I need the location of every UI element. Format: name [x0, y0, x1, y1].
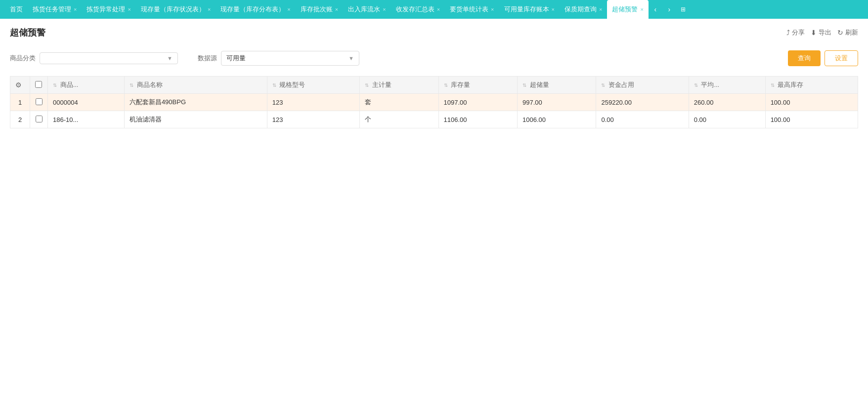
- row-stock-1: 1097.00: [438, 94, 517, 111]
- header-actions: ⤴ 分享 ⬇ 导出 ↻ 刷新: [786, 28, 858, 37]
- nav-item-home[interactable]: 首页: [5, 0, 28, 19]
- row-select-2[interactable]: [36, 116, 43, 122]
- row-name-2: 机油滤清器: [124, 111, 267, 128]
- row-unit-2: 个: [360, 111, 438, 128]
- datasource-value: 可用量: [226, 54, 246, 63]
- row-unit-1: 套: [360, 94, 438, 111]
- sort-icon-spec: ⇅: [272, 82, 276, 88]
- row-code-1: 0000004: [48, 94, 125, 111]
- row-capital-1: 259220.00: [596, 94, 689, 111]
- filter-buttons: 查询 设置: [788, 50, 858, 66]
- select-all-checkbox[interactable]: [35, 81, 42, 88]
- col-overstock[interactable]: ⇅ 超储量: [517, 77, 596, 94]
- settings-button[interactable]: 设置: [825, 50, 858, 66]
- col-stock[interactable]: ⇅ 库存量: [438, 77, 517, 94]
- row-select-1[interactable]: [36, 98, 43, 105]
- row-num-1: 1: [10, 94, 30, 111]
- export-link[interactable]: ⬇ 导出: [811, 28, 831, 37]
- col-settings: ⚙: [10, 77, 30, 94]
- nav-next-arrow[interactable]: ›: [662, 0, 676, 19]
- nav-item-5[interactable]: 库存批次账 ×: [296, 0, 343, 19]
- sort-icon-name: ⇅: [130, 82, 133, 88]
- table-row: 2 186-10... 机油滤清器 123 个 1106.00 1006.00 …: [10, 111, 858, 128]
- sort-icon-unit: ⇅: [365, 82, 369, 88]
- nav-item-2[interactable]: 拣货异常处理 ×: [82, 0, 135, 19]
- close-tab-11[interactable]: ×: [640, 6, 643, 12]
- close-tab-7[interactable]: ×: [437, 6, 440, 12]
- nav-item-3[interactable]: 现存量（库存状况表） ×: [136, 0, 216, 19]
- close-tab-5[interactable]: ×: [335, 6, 338, 12]
- table-row: 1 0000004 六配套新昌490BPG 123 套 1097.00 997.…: [10, 94, 858, 111]
- row-spec-2: 123: [267, 111, 359, 128]
- table-header: ⚙ ⇅ 商品... ⇅ 商品名称 ⇅ 规格型号 ⇅: [10, 77, 858, 94]
- share-link[interactable]: ⤴ 分享: [786, 28, 805, 37]
- close-tab-2[interactable]: ×: [128, 6, 130, 12]
- row-avg-1: 260.00: [689, 94, 765, 111]
- refresh-icon: ↻: [837, 29, 843, 37]
- close-tab-4[interactable]: ×: [287, 6, 290, 12]
- query-button[interactable]: 查询: [788, 50, 821, 66]
- col-avg[interactable]: ⇅ 平均...: [689, 77, 765, 94]
- sort-icon-stock: ⇅: [444, 82, 448, 88]
- row-maxstock-1: 100.00: [765, 94, 858, 111]
- row-checkbox-2: [30, 111, 48, 128]
- row-code-2: 186-10...: [48, 111, 125, 128]
- export-icon: ⬇: [811, 29, 817, 37]
- row-stock-2: 1106.00: [438, 111, 517, 128]
- filter-row: 商品分类 ▼ 数据源 可用量 ▼ 查询 设置: [10, 46, 858, 70]
- nav-prev-arrow[interactable]: ‹: [649, 0, 662, 19]
- sort-icon-maxstock: ⇅: [771, 82, 775, 88]
- top-nav: 首页 拣货任务管理 × 拣货异常处理 × 现存量（库存状况表） × 现存量（库存…: [0, 0, 868, 19]
- nav-item-4[interactable]: 现存量（库存分布表） ×: [216, 0, 295, 19]
- page-content: 超储预警 ⤴ 分享 ⬇ 导出 ↻ 刷新 商品分类 ▼ 数据源: [0, 19, 868, 395]
- datasource-select[interactable]: 可用量 ▼: [221, 51, 359, 66]
- col-name[interactable]: ⇅ 商品名称: [124, 77, 267, 94]
- close-tab-8[interactable]: ×: [491, 6, 494, 12]
- close-tab-10[interactable]: ×: [599, 6, 602, 12]
- category-select[interactable]: ▼: [40, 52, 178, 64]
- nav-item-7[interactable]: 收发存汇总表 ×: [391, 0, 445, 19]
- data-table: ⚙ ⇅ 商品... ⇅ 商品名称 ⇅ 规格型号 ⇅: [10, 76, 858, 128]
- close-tab-3[interactable]: ×: [208, 6, 211, 12]
- col-checkbox-header: [30, 77, 48, 94]
- row-overstock-2: 1006.00: [517, 111, 596, 128]
- row-checkbox-1: [30, 94, 48, 111]
- page-header: 超储预警 ⤴ 分享 ⬇ 导出 ↻ 刷新: [10, 27, 858, 39]
- sort-icon-overstock: ⇅: [522, 82, 526, 88]
- row-spec-1: 123: [267, 94, 359, 111]
- nav-item-10[interactable]: 保质期查询 ×: [560, 0, 607, 19]
- category-filter-item: 商品分类 ▼: [10, 52, 178, 64]
- close-tab-9[interactable]: ×: [552, 6, 555, 12]
- close-tab-1[interactable]: ×: [74, 6, 77, 12]
- row-maxstock-2: 100.00: [765, 111, 858, 128]
- refresh-link[interactable]: ↻ 刷新: [837, 28, 858, 37]
- nav-item-9[interactable]: 可用量库存账本 ×: [499, 0, 560, 19]
- datasource-arrow-icon: ▼: [348, 55, 354, 61]
- col-capital[interactable]: ⇅ 资金占用: [596, 77, 689, 94]
- nav-item-6[interactable]: 出入库流水 ×: [343, 0, 391, 19]
- col-spec[interactable]: ⇅ 规格型号: [267, 77, 359, 94]
- sort-icon-code: ⇅: [53, 82, 57, 88]
- share-icon: ⤴: [786, 29, 790, 37]
- nav-more-arrow[interactable]: ⊞: [676, 0, 690, 19]
- row-avg-2: 0.00: [689, 111, 765, 128]
- sort-icon-avg: ⇅: [694, 82, 698, 88]
- category-arrow-icon: ▼: [167, 55, 173, 61]
- table-body: 1 0000004 六配套新昌490BPG 123 套 1097.00 997.…: [10, 94, 858, 128]
- row-overstock-1: 997.00: [517, 94, 596, 111]
- col-code[interactable]: ⇅ 商品...: [48, 77, 125, 94]
- nav-item-11-active[interactable]: 超储预警 ×: [607, 0, 648, 19]
- nav-item-1[interactable]: 拣货任务管理 ×: [28, 0, 82, 19]
- gear-icon[interactable]: ⚙: [15, 81, 22, 89]
- col-unit[interactable]: ⇅ 主计量: [360, 77, 438, 94]
- row-num-2: 2: [10, 111, 30, 128]
- datasource-label: 数据源: [198, 54, 217, 63]
- row-capital-2: 0.00: [596, 111, 689, 128]
- page-title: 超储预警: [10, 27, 45, 39]
- sort-icon-capital: ⇅: [601, 82, 605, 88]
- row-name-1: 六配套新昌490BPG: [124, 94, 267, 111]
- close-tab-6[interactable]: ×: [383, 6, 386, 12]
- col-maxstock[interactable]: ⇅ 最高库存: [765, 77, 858, 94]
- nav-item-8[interactable]: 要货单统计表 ×: [445, 0, 499, 19]
- category-label: 商品分类: [10, 54, 36, 63]
